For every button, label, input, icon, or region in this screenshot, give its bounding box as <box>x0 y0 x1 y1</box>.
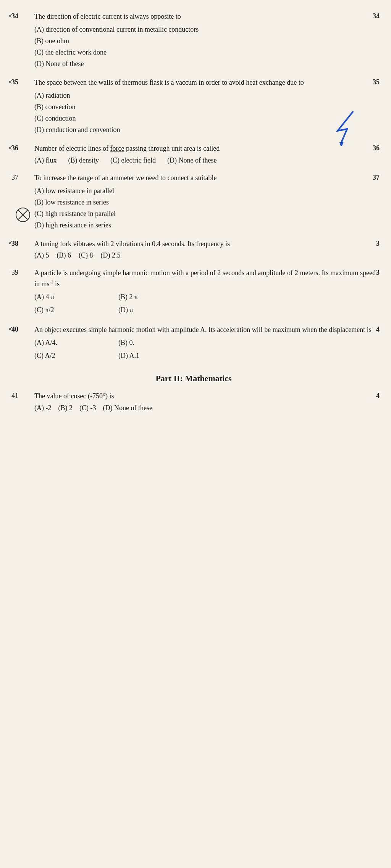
q39-option-b: (B) 2 π <box>118 292 195 302</box>
q40-option-c: (C) A/2 <box>34 351 111 361</box>
q41-option-d: (D) None of these <box>103 404 152 412</box>
q34-option-d: (D) None of these <box>34 59 376 69</box>
question-40: ↙40 An object executes simple harmonic m… <box>11 325 376 362</box>
q40-options: (A) A/4. (B) 0. (C) A/2 (D) A.1 <box>34 338 376 362</box>
q34-option-a: (A) direction of conventional current in… <box>34 24 376 35</box>
q41-option-a: (A) -2 <box>34 404 51 412</box>
q40-option-b: (B) 0. <box>118 338 195 348</box>
q37-option-b: (B) low resistance in series <box>34 197 376 208</box>
q36-option-a: (A) flux <box>34 156 57 164</box>
q38-option-d: (D) 2.5 <box>101 251 121 259</box>
q34-option-b: (B) one ohm <box>34 36 376 46</box>
q38-options: (A) 5 (B) 6 (C) 8 (D) 2.5 <box>34 251 376 259</box>
question-36: ↙36 Number of electric lines of force pa… <box>11 143 376 164</box>
q39-options: (A) 4 π (B) 2 π (C) π/2 (D) π <box>34 292 376 316</box>
q39-option-c: (C) π/2 <box>34 305 111 315</box>
q36-option-c: (C) electric field <box>110 156 156 164</box>
q41-side-number: 4 <box>376 392 380 400</box>
q36-option-b: (B) density <box>68 156 99 164</box>
question-39: 39 A particle is undergoing simple harmo… <box>11 268 376 316</box>
q41-option-c: (C) -3 <box>79 404 96 412</box>
q34-side-number: 34 <box>373 12 380 20</box>
q38-option-a: (A) 5 <box>34 251 49 259</box>
question-38: ↙38 A tuning fork vibtraes with 2 vibrat… <box>11 239 376 260</box>
q35-options: (A) radiation (B) convection (C) conduct… <box>34 90 376 135</box>
q38-number: ↙38 <box>11 239 34 248</box>
q38-side-number: 3 <box>376 240 380 248</box>
q35-number: ↙35 <box>11 77 34 86</box>
question-41: 41 The value of cosec (-750°) is 4 (A) -… <box>11 391 376 412</box>
q39-option-d: (D) π <box>118 305 195 315</box>
q35-text: The space between the walls of thermous … <box>34 77 376 88</box>
q37-options: (A) low resistance in parallel (B) low r… <box>34 186 376 230</box>
q41-option-b: (B) 2 <box>58 404 73 412</box>
q39-text: A particle is undergoing simple harmonic… <box>34 268 376 290</box>
q40-side-number: 4 <box>376 325 380 333</box>
q41-text: The value of cosec (-750°) is <box>34 391 376 402</box>
q41-options-inline: (A) -2 (B) 2 (C) -3 (D) None of these <box>34 404 376 412</box>
q36-option-d: (D) None of these <box>167 156 217 164</box>
circle-x-annotation <box>15 207 31 222</box>
q37-option-d: (D) high resistance in series <box>34 220 376 230</box>
q34-option-c: (C) the electric work done <box>34 47 376 58</box>
q36-options: (A) flux (B) density (C) electric field … <box>34 156 376 164</box>
q39-number: 39 <box>11 268 34 277</box>
question-37: 37 To increase the range of an ammeter w… <box>11 173 376 230</box>
q38-option-b: (B) 6 <box>57 251 71 259</box>
q36-number: ↙36 <box>11 143 34 152</box>
q35-side-number: 35 <box>373 78 380 86</box>
q38-text: A tuning fork vibtraes with 2 vibrations… <box>34 239 376 250</box>
q40-number: ↙40 <box>11 325 34 333</box>
part2-heading: Part II: Mathematics <box>11 374 376 383</box>
q40-option-d: (D) A.1 <box>118 351 195 361</box>
q35-option-c: (C) conduction <box>34 113 376 124</box>
q37-option-c: (C) high resistance in parallel <box>34 209 376 219</box>
q35-option-b: (B) convection <box>34 102 376 112</box>
q36-side-number: 36 <box>373 144 380 152</box>
question-34: ↙34 The direction of electric current is… <box>11 11 376 69</box>
q35-option-a: (A) radiation <box>34 90 376 101</box>
q39-side-number: 3 <box>376 269 380 277</box>
q36-text: Number of electric lines of force passin… <box>34 143 376 154</box>
q37-option-a: (A) low resistance in parallel <box>34 186 376 196</box>
question-35: ↙35 The space between the walls of therm… <box>11 77 376 135</box>
q39-option-a: (A) 4 π <box>34 292 111 302</box>
q40-option-a: (A) A/4. <box>34 338 111 348</box>
q34-number: ↙34 <box>11 11 34 20</box>
q37-number: 37 <box>11 173 34 182</box>
q41-number: 41 <box>11 391 34 400</box>
q34-options: (A) direction of conventional current in… <box>34 24 376 69</box>
q37-text: To increase the range of an ammeter we n… <box>34 173 376 184</box>
q35-option-d: (D) conduction and convention <box>34 125 376 135</box>
q38-option-c: (C) 8 <box>79 251 93 259</box>
q40-text: An object executes simple harmonic motio… <box>34 325 376 335</box>
q34-text: The direction of electric current is alw… <box>34 11 376 22</box>
q37-side-number: 37 <box>373 174 380 182</box>
